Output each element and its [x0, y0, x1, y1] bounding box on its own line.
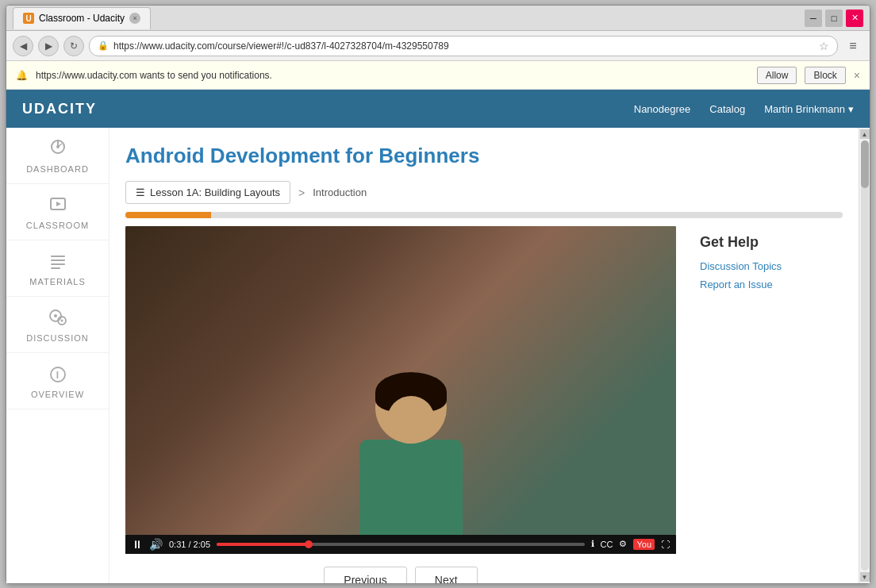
maximize-button[interactable]: □ — [825, 10, 843, 27]
dashboard-label: DASHBOARD — [26, 164, 89, 174]
previous-button[interactable]: Previous — [324, 567, 406, 583]
forward-button[interactable]: ▶ — [38, 36, 59, 56]
overview-icon: i — [46, 363, 70, 386]
youtube-icon[interactable]: You — [633, 539, 655, 550]
get-help-title: Get Help — [700, 234, 835, 251]
video-info-icon[interactable]: ℹ — [591, 539, 594, 549]
materials-icon — [46, 250, 70, 274]
udacity-logo: UDACITY — [22, 101, 97, 117]
report-issue-link[interactable]: Report an Issue — [700, 279, 835, 290]
dashboard-icon — [46, 137, 70, 161]
progress-bar — [125, 212, 843, 218]
notification-bar: 🔔 https://www.udacity.com wants to send … — [6, 61, 870, 90]
close-window-button[interactable]: ✕ — [846, 10, 863, 27]
user-menu[interactable]: Martin Brinkmann ▾ — [764, 103, 854, 115]
discussion-label: DISCUSSION — [26, 333, 88, 343]
svg-rect-6 — [51, 256, 65, 257]
video-thumbnail — [125, 226, 676, 535]
help-panel: Get Help Discussion Topics Report an Iss… — [692, 226, 843, 583]
user-dropdown-icon: ▾ — [848, 103, 854, 115]
svg-text:i: i — [56, 370, 59, 381]
svg-point-13 — [60, 320, 63, 322]
sidebar-item-overview[interactable]: i OVERVIEW — [6, 353, 109, 409]
video-progress-dot — [305, 540, 313, 548]
browser-menu-button[interactable]: ≡ — [843, 36, 863, 56]
navigation-buttons: Previous Next — [125, 567, 676, 583]
browser-tab[interactable]: U Classroom - Udacity × — [13, 7, 151, 29]
volume-button[interactable]: 🔊 — [149, 538, 163, 551]
catalog-link[interactable]: Catalog — [709, 103, 745, 115]
video-person — [359, 372, 463, 535]
notification-bell-icon: 🔔 — [16, 70, 28, 81]
bookmark-icon[interactable]: ☆ — [819, 40, 829, 52]
scroll-thumb[interactable] — [861, 140, 869, 188]
sidebar-item-dashboard[interactable]: DASHBOARD — [6, 128, 109, 184]
breadcrumb-current: Introduction — [313, 186, 367, 198]
content-columns: ⏸ 🔊 0:31 / 2:05 ℹ — [125, 226, 843, 583]
notification-close-icon[interactable]: × — [854, 69, 860, 82]
user-name: Martin Brinkmann — [764, 103, 845, 115]
svg-point-3 — [56, 145, 60, 148]
fullscreen-icon[interactable]: ⛶ — [661, 540, 670, 549]
scrollbar[interactable]: ▲ ▼ — [859, 128, 870, 583]
scroll-track[interactable] — [861, 140, 869, 571]
notification-text: https://www.udacity.com wants to send yo… — [36, 70, 749, 81]
minimize-button[interactable]: ─ — [805, 10, 822, 27]
tab-close-btn[interactable]: × — [129, 13, 140, 24]
sidebar-item-materials[interactable]: MATERIALS — [6, 240, 109, 297]
settings-icon[interactable]: ⚙ — [619, 539, 627, 549]
video-extra-controls: ℹ CC ⚙ You ⛶ — [591, 539, 670, 550]
scroll-up-arrow[interactable]: ▲ — [860, 129, 870, 139]
nav-links: Nanodegree Catalog Martin Brinkmann ▾ — [634, 103, 854, 115]
tab-favicon: U — [23, 13, 34, 24]
discussion-icon — [46, 306, 70, 330]
lesson-icon: ☰ — [136, 186, 145, 198]
page-content: UDACITY Nanodegree Catalog Martin Brinkm… — [6, 90, 870, 583]
classroom-icon — [46, 194, 70, 217]
sidebar: DASHBOARD CLASSROOM — [6, 128, 110, 583]
breadcrumb: ☰ Lesson 1A: Building Layouts > Introduc… — [125, 181, 843, 204]
svg-rect-7 — [51, 259, 65, 261]
overview-label: OVERVIEW — [31, 390, 84, 399]
sidebar-item-classroom[interactable]: CLASSROOM — [6, 184, 109, 240]
url-actions: ☆ — [819, 40, 829, 52]
reload-button[interactable]: ↻ — [63, 36, 84, 56]
nanodegree-link[interactable]: Nanodegree — [634, 103, 691, 115]
pause-button[interactable]: ⏸ — [132, 538, 143, 551]
progress-fill — [125, 212, 211, 218]
discussion-topics-link[interactable]: Discussion Topics — [700, 260, 835, 272]
back-button[interactable]: ◀ — [13, 36, 33, 56]
video-container: ⏸ 🔊 0:31 / 2:05 ℹ — [125, 226, 676, 583]
course-area: Android Development for Beginners ☰ Less… — [110, 128, 859, 583]
window-controls: ─ □ ✕ — [805, 10, 863, 27]
udacity-navbar: UDACITY Nanodegree Catalog Martin Brinkm… — [6, 90, 870, 128]
allow-button[interactable]: Allow — [757, 67, 797, 84]
main-layout: DASHBOARD CLASSROOM — [6, 128, 870, 583]
lesson-label: Lesson 1A: Building Layouts — [150, 186, 280, 198]
person-face — [387, 396, 435, 444]
lock-icon: 🔒 — [98, 40, 109, 51]
breadcrumb-separator: > — [298, 186, 305, 199]
course-title: Android Development for Beginners — [125, 144, 843, 168]
site-content: UDACITY Nanodegree Catalog Martin Brinkm… — [6, 90, 870, 583]
video-progress-bar[interactable] — [217, 543, 585, 546]
lesson-breadcrumb[interactable]: ☰ Lesson 1A: Building Layouts — [125, 181, 290, 204]
svg-rect-8 — [51, 263, 65, 265]
materials-label: MATERIALS — [29, 277, 86, 286]
person-head — [375, 372, 447, 444]
video-controls: ⏸ 🔊 0:31 / 2:05 ℹ — [125, 535, 676, 554]
video-progress-fill — [217, 543, 309, 546]
scroll-down-arrow[interactable]: ▼ — [860, 572, 870, 582]
next-button[interactable]: Next — [415, 567, 478, 583]
title-bar: U Classroom - Udacity × ─ □ ✕ — [6, 6, 870, 31]
svg-rect-9 — [51, 267, 60, 269]
sidebar-item-discussion[interactable]: DISCUSSION — [6, 297, 109, 353]
closed-caption-icon[interactable]: CC — [601, 540, 613, 549]
address-bar: ◀ ▶ ↻ 🔒 https://www.udacity.com/course/v… — [6, 31, 870, 61]
url-bar[interactable]: 🔒 https://www.udacity.com/course/viewer#… — [89, 36, 838, 56]
classroom-label: CLASSROOM — [26, 221, 89, 230]
block-button[interactable]: Block — [805, 67, 845, 84]
url-text: https://www.udacity.com/course/viewer#!/… — [113, 40, 449, 52]
svg-marker-5 — [56, 202, 61, 206]
video-time: 0:31 / 2:05 — [169, 540, 210, 549]
